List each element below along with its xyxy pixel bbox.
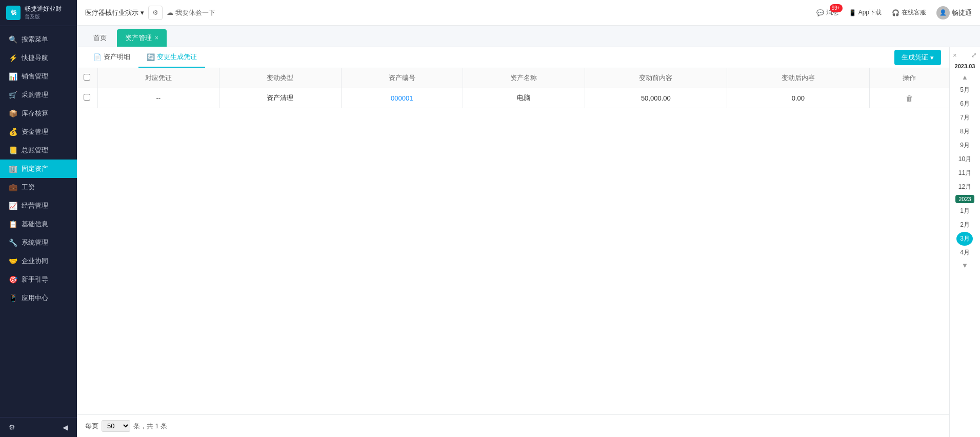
sidebar-item-guide[interactable]: 🎯新手引导 <box>0 270 77 289</box>
row-after-change: 0.00 <box>727 88 870 108</box>
sidebar-edition: 普及版 <box>25 13 62 21</box>
fixed-assets-icon: 🏢 <box>8 164 17 173</box>
funds-icon: 💰 <box>8 127 17 136</box>
app-download-button[interactable]: 📱 App下载 <box>849 8 882 17</box>
outer-wrapper: 📄 资产明细 🔄 变更生成凭证 生成凭证 ▾ <box>77 47 980 437</box>
guide-icon: 🎯 <box>8 275 17 284</box>
total-label: 条，共 1 条 <box>133 422 167 431</box>
app-center-icon: 📱 <box>8 293 17 303</box>
username: 畅捷通 <box>952 8 972 17</box>
purchase-icon: 🛒 <box>8 90 17 100</box>
months-list: 5月6月7月8月9月10月11月12月20231月2月3月4月 <box>955 83 974 260</box>
settings-icon[interactable]: ⚙ <box>7 423 16 432</box>
change-voucher-table: 对应凭证 变动类型 资产编号 资产名称 变动前内容 变动后内容 操作 <box>77 68 949 108</box>
app-icon: 📱 <box>849 9 856 16</box>
sidebar-item-quick-nav[interactable]: ⚡快捷导航 <box>0 49 77 67</box>
right-panel-header: × ⤢ <box>950 49 980 61</box>
panel-expand-button[interactable]: ⤢ <box>971 51 977 59</box>
sidebar-item-sales[interactable]: 📊销售管理 <box>0 67 77 86</box>
tab-asset-management[interactable]: 资产管理 × <box>117 29 167 47</box>
row-asset-code: 000001 <box>341 88 463 108</box>
sub-tab-change-voucher[interactable]: 🔄 变更生成凭证 <box>138 47 205 68</box>
search-icon: 🔍 <box>8 35 17 44</box>
sidebar-item-operation[interactable]: 📈经营管理 <box>0 196 77 215</box>
scroll-down-button[interactable]: ▼ <box>959 260 970 271</box>
month-item[interactable]: 9月 <box>955 138 974 152</box>
sidebar-item-ledger[interactable]: 📒总账管理 <box>0 141 77 160</box>
sidebar-item-cooperation[interactable]: 🤝企业协同 <box>0 252 77 270</box>
row-checkbox[interactable] <box>84 94 90 101</box>
month-item[interactable]: 1月 <box>955 204 974 218</box>
sidebar-label-app-center: 应用中心 <box>22 293 48 303</box>
sidebar-label-funds: 资金管理 <box>22 127 48 136</box>
per-page-label: 每页 <box>85 422 98 431</box>
th-before-change: 变动前内容 <box>585 68 727 88</box>
table-container: 对应凭证 变动类型 资产编号 资产名称 变动前内容 变动后内容 操作 <box>77 68 949 414</box>
company-selector[interactable]: 医疗器械行业演示 ▾ <box>85 8 144 17</box>
sidebar-item-salary[interactable]: 💼工资 <box>0 178 77 196</box>
topbar-setting-button[interactable]: ⚙ <box>148 6 163 20</box>
dropdown-icon[interactable]: ▾ <box>141 9 144 16</box>
sidebar-label-system: 系统管理 <box>22 238 48 247</box>
sidebar-nav: 🔍搜索菜单⚡快捷导航📊销售管理🛒采购管理📦库存核算💰资金管理📒总账管理🏢固定资产… <box>0 26 77 417</box>
month-item[interactable]: 12月 <box>955 180 974 194</box>
th-operation: 操作 <box>869 68 949 88</box>
main-content: 医疗器械行业演示 ▾ ⚙ ☁ 我要体验一下 💬 消息 99+ 📱 App下载 🎧… <box>77 0 980 437</box>
sidebar-label-purchase: 采购管理 <box>22 90 48 100</box>
select-all-checkbox[interactable] <box>84 74 90 81</box>
month-item[interactable]: 8月 <box>955 125 974 138</box>
month-item[interactable]: 6月 <box>955 97 974 111</box>
message-icon: 💬 <box>816 9 824 16</box>
sidebar-label-quick-nav: 快捷导航 <box>22 53 48 63</box>
month-item[interactable]: 2月 <box>955 218 974 232</box>
sidebar-label-fixed-assets: 固定资产 <box>22 164 48 173</box>
asset-detail-icon: 📄 <box>93 53 102 61</box>
company-name: 医疗器械行业演示 <box>85 8 138 17</box>
sidebar-label-sales: 销售管理 <box>22 72 48 81</box>
experience-button[interactable]: ☁ 我要体验一下 <box>167 8 215 17</box>
panel-close-button[interactable]: × <box>953 51 957 59</box>
sidebar-item-funds[interactable]: 💰资金管理 <box>0 123 77 141</box>
cooperation-icon: 🤝 <box>8 256 17 266</box>
user-avatar: 👤 <box>936 6 950 19</box>
user-menu[interactable]: 👤 畅捷通 <box>936 6 972 19</box>
month-item[interactable]: 7月 <box>955 111 974 125</box>
sidebar-item-search[interactable]: 🔍搜索菜单 <box>0 30 77 49</box>
inventory-icon: 📦 <box>8 109 17 118</box>
tabs-bar: 首页 资产管理 × <box>77 26 980 47</box>
messages-button[interactable]: 💬 消息 99+ <box>816 8 838 17</box>
month-item[interactable]: 11月 <box>955 166 974 180</box>
sidebar-label-base-info: 基础信息 <box>22 220 48 229</box>
th-after-change: 变动后内容 <box>727 68 870 88</box>
salary-icon: 💼 <box>8 183 17 192</box>
th-change-type: 变动类型 <box>219 68 342 88</box>
sidebar-item-purchase[interactable]: 🛒采购管理 <box>0 86 77 104</box>
tab-home[interactable]: 首页 <box>85 29 115 47</box>
month-item[interactable]: 3月 <box>956 232 973 246</box>
tab-close-icon[interactable]: × <box>155 34 158 42</box>
sidebar-item-inventory[interactable]: 📦库存核算 <box>0 104 77 123</box>
collapse-icon[interactable]: ◀ <box>61 423 70 432</box>
delete-row-button[interactable]: 🗑 <box>906 94 913 103</box>
row-before-change: 50,000.00 <box>585 88 727 108</box>
topbar-right: 💬 消息 99+ 📱 App下载 🎧 在线客服 👤 畅捷通 <box>816 6 972 19</box>
sub-tab-asset-detail[interactable]: 📄 资产明细 <box>85 47 138 68</box>
month-item[interactable]: 4月 <box>955 246 974 260</box>
change-voucher-icon: 🔄 <box>147 53 155 61</box>
scroll-up-button[interactable]: ▲ <box>959 71 970 83</box>
month-item[interactable]: 10月 <box>955 152 974 166</box>
sidebar-item-base-info[interactable]: 📋基础信息 <box>0 215 77 233</box>
quick-nav-icon: ⚡ <box>8 53 17 63</box>
sidebar-item-app-center[interactable]: 📱应用中心 <box>0 289 77 307</box>
sidebar-item-system[interactable]: 🔧系统管理 <box>0 233 77 252</box>
row-voucher: -- <box>97 88 219 108</box>
per-page-select[interactable]: 50 20 100 <box>102 420 130 432</box>
online-service-button[interactable]: 🎧 在线客服 <box>892 8 926 17</box>
month-item[interactable]: 5月 <box>955 83 974 97</box>
sidebar-label-inventory: 库存核算 <box>22 109 48 118</box>
sidebar-footer: ⚙ ◀ <box>0 417 77 437</box>
sidebar-item-fixed-assets[interactable]: 🏢固定资产 <box>0 160 77 178</box>
generate-voucher-button[interactable]: 生成凭证 ▾ <box>894 50 941 65</box>
pagination: 每页 50 20 100 条，共 1 条 <box>77 414 949 437</box>
table-row: -- 资产清理 000001 电脑 50,000.00 0.00 🗑 <box>77 88 949 108</box>
